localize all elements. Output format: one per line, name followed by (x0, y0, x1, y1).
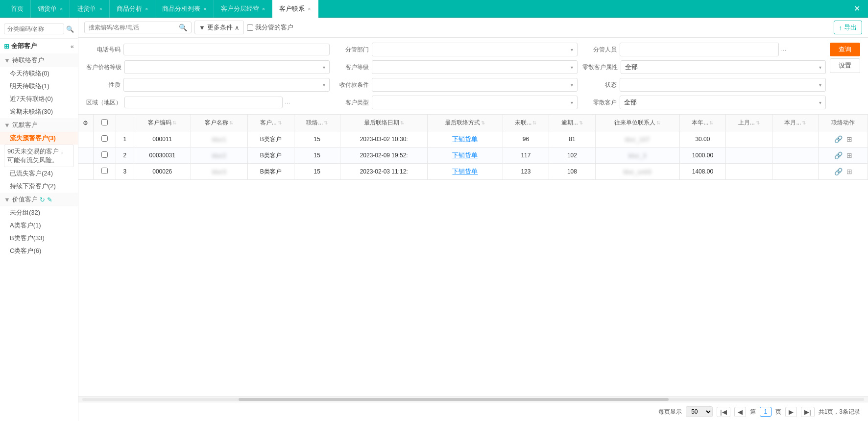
settings-button[interactable]: 设置 (830, 58, 860, 73)
action-link-icon-2[interactable]: 🔗 (834, 168, 843, 175)
sidebar-all-customers[interactable]: ⊞ 全部客户 « (0, 39, 78, 53)
filter-customer-type: 客户类型 ▾ (335, 96, 578, 109)
row-checkbox-0[interactable] (101, 135, 108, 142)
sidebar-item-declining[interactable]: 持续下滑客户(2) (0, 180, 78, 193)
th-this-year[interactable]: 本年...⇅ (679, 115, 726, 131)
search-button-icon[interactable]: 🔍 (179, 24, 187, 31)
first-page-btn[interactable]: |◀ (717, 407, 730, 417)
input-phone[interactable] (123, 44, 330, 55)
tab-product-analysis[interactable]: 商品分析 × (110, 0, 155, 18)
row-checkbox-1[interactable] (101, 151, 108, 158)
select-dept[interactable]: ▾ (372, 43, 578, 56)
person-dots-btn[interactable]: ··· (779, 46, 788, 53)
query-button[interactable]: 查询 (830, 43, 860, 56)
action-link-icon-0[interactable]: 🔗 (834, 135, 843, 143)
cell-checkbox-0[interactable] (93, 131, 116, 148)
sidebar-search-icon[interactable]: 🔍 (66, 25, 74, 33)
close-customer-contact[interactable]: × (308, 6, 311, 12)
cell-type-0: B类客户 (248, 131, 294, 148)
cell-method-2[interactable]: 下销货单 (428, 164, 503, 180)
search-input[interactable] (89, 24, 177, 31)
select-retail-attr[interactable]: 全部 ▾ (621, 60, 826, 74)
close-sales-order[interactable]: × (60, 6, 63, 12)
sidebar-item-overdue[interactable]: 逾期未联络(30) (0, 105, 78, 118)
scrollbar-thumb[interactable] (239, 398, 669, 401)
sidebar-item-classA[interactable]: A类客户(1) (0, 219, 78, 232)
select-all-checkbox[interactable] (101, 119, 108, 125)
cell-type-2: B类客户 (248, 164, 294, 180)
next-page-btn[interactable]: ▶ (785, 407, 797, 417)
th-gear[interactable]: ⚙ (78, 115, 93, 131)
action-menu-icon-1[interactable]: ⊞ (846, 151, 852, 159)
my-customers-label[interactable]: 我分管的客户 (247, 23, 293, 32)
tab-sales-order[interactable]: 销货单 × (31, 0, 70, 18)
sidebar-item-classB[interactable]: B类客户(33) (0, 232, 78, 245)
sidebar-search-input[interactable] (4, 24, 64, 34)
th-customer-name[interactable]: 客户名称⇅ (191, 115, 247, 131)
input-region[interactable] (124, 97, 283, 108)
th-overdue[interactable]: 逾期...⇅ (549, 115, 596, 131)
close-customer-tier[interactable]: × (262, 6, 265, 12)
sort-icon-name: ⇅ (229, 120, 233, 125)
sidebar-item-today[interactable]: 今天待联络(0) (0, 67, 78, 80)
select-customer-type[interactable]: ▾ (372, 96, 578, 109)
select-retail[interactable]: 全部 ▾ (620, 96, 826, 109)
th-contacts[interactable]: 联络...⇅ (294, 115, 340, 131)
window-close-btn[interactable]: ✕ (850, 4, 864, 13)
select-person[interactable] (620, 43, 779, 56)
export-button[interactable]: ↑ 导出 (834, 21, 863, 34)
th-customer-type[interactable]: 客户...⇅ (248, 115, 294, 131)
tab-customer-contact[interactable]: 客户联系 × (272, 0, 318, 18)
region-dots-btn[interactable]: ··· (283, 99, 292, 106)
action-menu-icon-0[interactable]: ⊞ (846, 135, 852, 143)
sidebar-group-pending[interactable]: ▼ 待联络客户 (0, 53, 78, 67)
data-table-wrap: ⚙ 客户编码⇅ 客户名称⇅ 客户...⇅ 联络...⇅ (78, 115, 868, 396)
th-last-contact-method[interactable]: 最后联络方式⇅ (428, 115, 503, 131)
sidebar-item-classC[interactable]: C类客户(6) (0, 245, 78, 257)
close-product-analysis[interactable]: × (145, 6, 148, 12)
sidebar-group-value[interactable]: ▼ 价值客户 ↻ ✎ (0, 193, 78, 206)
th-last-contact-date[interactable]: 最后联络日期⇅ (340, 115, 428, 131)
more-filter-button[interactable]: ▼ 更多条件 ∧ (194, 21, 244, 34)
edit-icon[interactable]: ✎ (47, 196, 52, 203)
sidebar-group-silent[interactable]: ▼ 沉默客户 (0, 118, 78, 132)
select-price-level[interactable]: ▾ (124, 60, 330, 74)
sidebar-item-churn-warning[interactable]: 流失预警客户(3) (0, 132, 78, 145)
horizontal-scrollbar[interactable] (78, 396, 868, 402)
select-nature[interactable]: ▾ (123, 78, 330, 92)
th-this-month[interactable]: 本月...⇅ (772, 115, 819, 131)
last-page-btn[interactable]: ▶| (801, 407, 814, 417)
refresh-icon[interactable]: ↻ (40, 196, 45, 203)
cell-checkbox-2[interactable] (93, 164, 116, 180)
select-status[interactable]: ▾ (620, 78, 826, 92)
my-customers-checkbox[interactable] (247, 25, 253, 31)
close-product-analysis-list[interactable]: × (203, 6, 206, 12)
sidebar-item-ungrouped[interactable]: 未分组(32) (0, 206, 78, 219)
th-checkbox[interactable] (93, 115, 116, 131)
row-checkbox-2[interactable] (101, 168, 108, 174)
sidebar-item-tomorrow[interactable]: 明天待联络(1) (0, 80, 78, 93)
tab-home[interactable]: 首页 (4, 0, 31, 18)
page-size-select[interactable]: 50 100 200 (686, 406, 713, 417)
tab-purchase-order[interactable]: 进货单 × (70, 0, 109, 18)
cell-contacts-1: 15 (294, 148, 340, 164)
th-customer-code[interactable]: 客户编码⇅ (134, 115, 191, 131)
cell-method-0[interactable]: 下销货单 (428, 131, 503, 148)
cell-method-1[interactable]: 下销货单 (428, 148, 503, 164)
sidebar-item-churned[interactable]: 已流失客户(24) (0, 167, 78, 180)
th-unit-contact[interactable]: 往来单位联系人⇅ (595, 115, 679, 131)
action-link-icon-1[interactable]: 🔗 (834, 151, 843, 159)
cell-checkbox-1[interactable] (93, 148, 116, 164)
tab-customer-tier[interactable]: 客户分层经营 × (214, 0, 272, 18)
filter-region: 区域（地区） ··· (86, 97, 330, 108)
select-payment[interactable]: ▾ (372, 78, 578, 92)
action-menu-icon-2[interactable]: ⊞ (846, 168, 852, 175)
th-last-month[interactable]: 上月...⇅ (726, 115, 772, 131)
close-purchase-order[interactable]: × (99, 6, 102, 12)
prev-page-btn[interactable]: ◀ (734, 407, 746, 417)
sidebar-item-7days[interactable]: 近7天待联络(0) (0, 93, 78, 105)
scrollbar-track[interactable] (82, 398, 864, 401)
select-customer-level[interactable]: ▾ (372, 60, 578, 74)
tab-product-analysis-list[interactable]: 商品分析列表 × (155, 0, 214, 18)
th-not-contacted[interactable]: 未联...⇅ (503, 115, 549, 131)
